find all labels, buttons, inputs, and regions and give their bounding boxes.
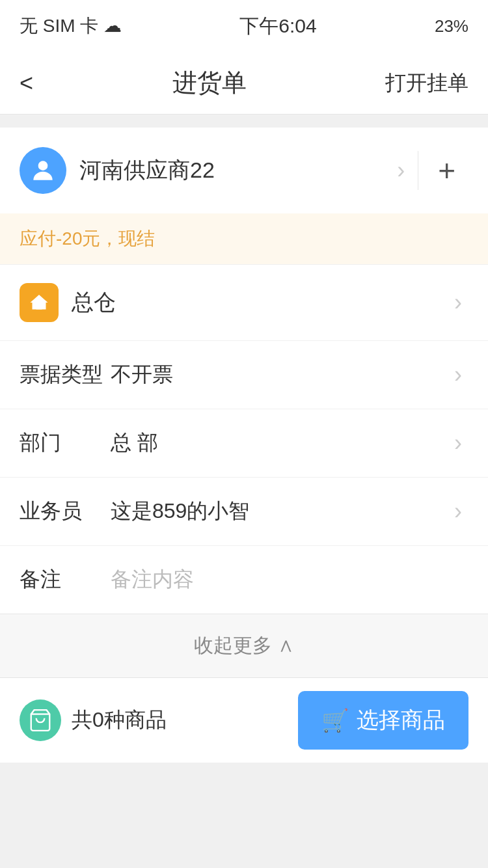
select-product-icon: 🛒	[321, 707, 349, 733]
invoice-type-label: 票据类型	[20, 360, 111, 389]
sim-status: 无 SIM 卡 ☁	[20, 14, 122, 38]
status-time: 下午6:04	[239, 13, 316, 40]
supplier-divider	[418, 151, 418, 190]
notice-bar: 应付-20元，现结	[0, 213, 488, 264]
warehouse-name: 总仓	[72, 288, 454, 318]
divider-1	[0, 115, 488, 128]
status-left: 无 SIM 卡 ☁	[20, 14, 122, 38]
shopping-bag-icon	[28, 708, 53, 733]
salesperson-chevron-icon: ›	[454, 498, 462, 525]
select-product-button[interactable]: 🛒 选择商品	[298, 691, 468, 750]
back-button[interactable]: <	[20, 70, 33, 97]
product-count-icon	[20, 699, 61, 741]
add-supplier-button[interactable]: +	[425, 153, 468, 188]
supplier-name: 河南供应商22	[79, 156, 397, 185]
supplier-row[interactable]: 河南供应商22 › +	[0, 128, 488, 213]
svg-rect-1	[36, 305, 42, 310]
invoice-chevron-icon: ›	[454, 361, 462, 388]
warehouse-row[interactable]: 总仓 ›	[0, 264, 488, 340]
product-count-text: 共0种商品	[72, 706, 167, 735]
remaining-area	[0, 763, 488, 868]
collapse-row[interactable]: 收起更多 ∧	[0, 614, 488, 677]
department-chevron-icon: ›	[454, 429, 462, 457]
supplier-avatar	[20, 147, 66, 194]
bottom-bar: 共0种商品 🛒 选择商品	[0, 677, 488, 763]
remark-input[interactable]: 备注内容	[111, 565, 468, 594]
department-label: 部门	[20, 429, 111, 457]
remark-label: 备注	[20, 565, 111, 594]
department-value: 总 部	[111, 429, 454, 457]
status-right: 23%	[435, 16, 468, 36]
warehouse-chevron-icon: ›	[454, 289, 462, 316]
select-product-label: 选择商品	[357, 705, 445, 735]
svg-point-0	[38, 161, 48, 170]
remark-row[interactable]: 备注 备注内容	[0, 545, 488, 614]
salesperson-label: 业务员	[20, 497, 111, 526]
house-icon	[27, 291, 51, 314]
nav-bar: < 进货单 打开挂单	[0, 52, 488, 115]
invoice-type-value: 不开票	[111, 360, 454, 389]
page-title: 进货单	[172, 66, 247, 100]
supplier-section: 河南供应商22 › + 应付-20元，现结 总仓 › 票据类型 不开票 › 部门…	[0, 128, 488, 677]
person-icon	[29, 156, 57, 185]
supplier-chevron-icon: ›	[397, 157, 405, 184]
status-bar: 无 SIM 卡 ☁ 下午6:04 23%	[0, 0, 488, 52]
product-count-wrap: 共0种商品	[20, 699, 167, 741]
warehouse-icon	[20, 283, 59, 322]
invoice-type-row[interactable]: 票据类型 不开票 ›	[0, 340, 488, 409]
salesperson-row[interactable]: 业务员 这是859的小智 ›	[0, 477, 488, 545]
battery-status: 23%	[435, 16, 468, 36]
department-row[interactable]: 部门 总 部 ›	[0, 409, 488, 477]
salesperson-value: 这是859的小智	[111, 497, 454, 526]
open-pending-button[interactable]: 打开挂单	[385, 69, 468, 98]
